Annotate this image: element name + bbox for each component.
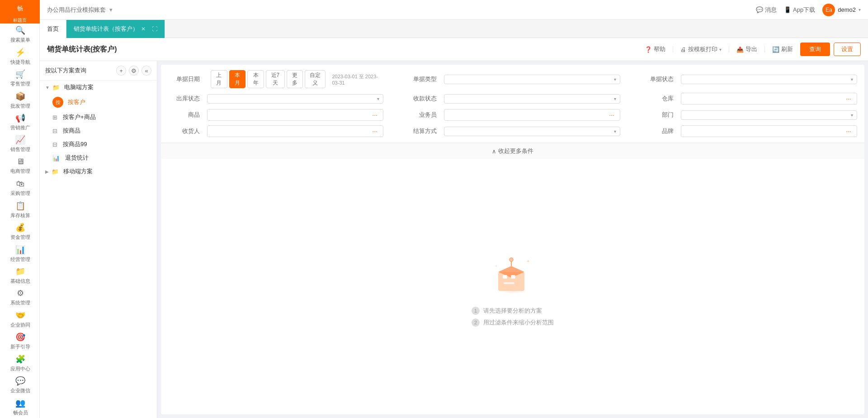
- scheme-return-stats[interactable]: 📊 退货统计: [40, 151, 157, 165]
- ecommerce-icon: 🖥: [16, 157, 24, 166]
- user-profile[interactable]: Ea demo2 ▾: [822, 4, 861, 16]
- department-select[interactable]: ▾: [681, 110, 857, 120]
- sidebar-item-sales[interactable]: 📈 销售管理: [0, 133, 40, 155]
- print-icon: 🖨: [680, 46, 686, 53]
- table-icon-1: ⊟: [52, 128, 57, 134]
- title-dropdown-arrow[interactable]: ▾: [109, 6, 113, 13]
- out-status-select[interactable]: ▾: [207, 94, 383, 104]
- collect-status-control: ▾: [444, 94, 620, 104]
- add-scheme-button[interactable]: +: [116, 66, 126, 76]
- date-last-month-btn[interactable]: 上月: [211, 70, 227, 88]
- warehouse-ellipsis[interactable]: ···: [844, 95, 853, 102]
- marketing-icon: 📢: [15, 113, 25, 123]
- download-icon: 📱: [784, 6, 791, 13]
- sidebar-item-system[interactable]: ⚙ 系统管理: [0, 286, 40, 308]
- date-custom-btn[interactable]: 自定义: [305, 70, 326, 88]
- order-status-select[interactable]: ▾: [681, 75, 857, 84]
- print-dropdown-arrow: ▾: [719, 47, 722, 52]
- mobile-scheme-group[interactable]: ▶ 📁 移动端方案: [40, 165, 157, 178]
- tab-close-button[interactable]: ✕: [141, 26, 146, 32]
- basic-info-icon: 📁: [15, 266, 25, 276]
- scheme-by-customer-product[interactable]: ⊞ 按客户+商品: [40, 110, 157, 124]
- brand-label: 品牌: [642, 127, 674, 135]
- scheme-by-product-99[interactable]: ⊟ 按商品99: [40, 138, 157, 151]
- tab-home[interactable]: 首页: [40, 20, 66, 38]
- logo-subtitle: 标题页: [13, 17, 27, 24]
- page-title: 销货单统计表(按客户): [47, 45, 117, 54]
- receiver-ellipsis[interactable]: ···: [370, 128, 379, 135]
- settings-scheme-button[interactable]: ⚙: [129, 66, 139, 76]
- tip-num-1: 1: [472, 307, 480, 315]
- collapse-more-bar[interactable]: ∧ 收起更多条件: [161, 143, 864, 159]
- brand-ellipsis[interactable]: ···: [844, 128, 853, 135]
- sidebar-item-guide[interactable]: 🎯 新手引导: [0, 330, 40, 352]
- page-header-actions: ❓ 帮助 🖨 按模板打印 ▾ 📤 导出 🔄 刷新: [641, 43, 861, 56]
- message-button[interactable]: 💬 消息: [756, 6, 777, 14]
- order-type-select[interactable]: ▾: [444, 75, 620, 84]
- refresh-button[interactable]: 🔄 刷新: [769, 43, 797, 55]
- desktop-scheme-group[interactable]: ▼ 📁 电脑端方案: [40, 81, 157, 94]
- body-area: 按以下方案查询 + ⚙ « ▼ 📁 电脑端方案 按 按客户: [40, 61, 868, 418]
- salesperson-ellipsis[interactable]: ···: [607, 111, 616, 119]
- settlement-select[interactable]: ▾: [444, 127, 620, 136]
- department-control: ▾: [681, 110, 857, 120]
- sidebar-item-marketing[interactable]: 📢 营销推广: [0, 111, 40, 133]
- date-more-btn[interactable]: 更多: [287, 70, 303, 88]
- date-last-7-btn[interactable]: 近7天: [266, 70, 285, 88]
- header-title-area: 办公用品行业模拟账套 ▾: [47, 6, 113, 14]
- filter-row-4: 收货人 ··· 结算方式 ▾: [168, 125, 857, 137]
- settings-button[interactable]: 设置: [834, 43, 861, 56]
- sidebar-item-operations[interactable]: 📊 经营管理: [0, 242, 40, 264]
- scheme-by-product[interactable]: ⊟ 按商品: [40, 124, 157, 138]
- warehouse-input[interactable]: ···: [681, 93, 857, 104]
- scheme-by-customer[interactable]: 按 按客户: [40, 94, 157, 110]
- query-button[interactable]: 查询: [800, 43, 830, 56]
- empty-state-illustration: ✦ ✦: [486, 247, 540, 301]
- sidebar-item-retail[interactable]: 🛒 零售管理: [0, 67, 40, 89]
- sidebar-item-purchase[interactable]: 🛍 采购管理: [0, 177, 40, 199]
- export-button[interactable]: 📤 导出: [733, 43, 761, 55]
- order-type-control: ▾: [444, 75, 620, 84]
- receiver-control: ···: [207, 125, 383, 137]
- help-button[interactable]: ❓ 帮助: [641, 43, 669, 55]
- sidebar-item-finance[interactable]: 💰 资金管理: [0, 221, 40, 242]
- sidebar-item-enterprise[interactable]: 🤝 企业协同: [0, 309, 40, 330]
- salesperson-input[interactable]: ···: [444, 109, 620, 121]
- sidebar-item-enterprise-wechat[interactable]: 💬 企业微信: [0, 374, 40, 396]
- sidebar-label-finance: 资金管理: [10, 234, 30, 241]
- date-this-month-btn[interactable]: 本月: [229, 70, 246, 88]
- sidebar-item-inventory[interactable]: 📋 库存核算: [0, 199, 40, 221]
- content-area: 销货单统计表(按客户) ❓ 帮助 🖨 按模板打印 ▾ 📤 导出: [40, 38, 868, 418]
- product-ellipsis[interactable]: ···: [370, 111, 379, 119]
- sidebar-item-search[interactable]: 🔍 搜索菜单: [0, 24, 40, 45]
- sidebar-item-ecommerce[interactable]: 🖥 电商管理: [0, 155, 40, 177]
- sidebar-label-app-center: 应用中心: [10, 366, 30, 372]
- guide-icon: 🎯: [15, 332, 25, 342]
- brand-input[interactable]: ···: [681, 125, 857, 137]
- tab-bar: 首页 销货单统计表（按客户） ✕ ⛶: [40, 20, 868, 38]
- mobile-folder-icon: 📁: [52, 168, 59, 175]
- app-logo[interactable]: 畅 标题页: [0, 0, 40, 24]
- collect-status-select[interactable]: ▾: [444, 94, 620, 104]
- sidebar-item-app-center[interactable]: 🧩 应用中心: [0, 352, 40, 374]
- app-download-button[interactable]: 📱 App下载: [784, 6, 815, 14]
- empty-state: ✦ ✦ 1 请先选择要分析的方案 2 用过滤条件来缩小分析范围: [161, 159, 864, 414]
- print-button[interactable]: 🖨 按模板打印 ▾: [677, 43, 725, 55]
- sidebar-item-quick-nav[interactable]: ⚡ 快捷导航: [0, 45, 40, 67]
- empty-tip-1: 1 请先选择要分析的方案: [472, 307, 554, 315]
- scheme-by-product-label: 按商品: [63, 127, 80, 135]
- sidebar-label-wholesale: 批发管理: [10, 103, 30, 109]
- svg-point-10: [509, 258, 513, 261]
- date-filter-group: 上月 本月 本年 近7天 更多 自定义 2023-03-01 至 2023-03…: [207, 70, 383, 88]
- sidebar-item-member[interactable]: 👥 畅会员: [0, 396, 40, 418]
- salesperson-control: ···: [444, 109, 620, 121]
- tab-sales-stats[interactable]: 销货单统计表（按客户） ✕ ⛶: [66, 20, 165, 38]
- sidebar-item-basic-info[interactable]: 📁 基础信息: [0, 265, 40, 286]
- collapse-panel-button[interactable]: «: [142, 66, 151, 76]
- department-arrow: ▾: [851, 113, 853, 118]
- tab-maximize-button[interactable]: ⛶: [152, 26, 157, 32]
- product-input[interactable]: ···: [207, 109, 383, 121]
- sidebar-item-wholesale[interactable]: 📦 批发管理: [0, 89, 40, 111]
- date-this-year-btn[interactable]: 本年: [247, 70, 264, 88]
- receiver-input[interactable]: ···: [207, 125, 383, 137]
